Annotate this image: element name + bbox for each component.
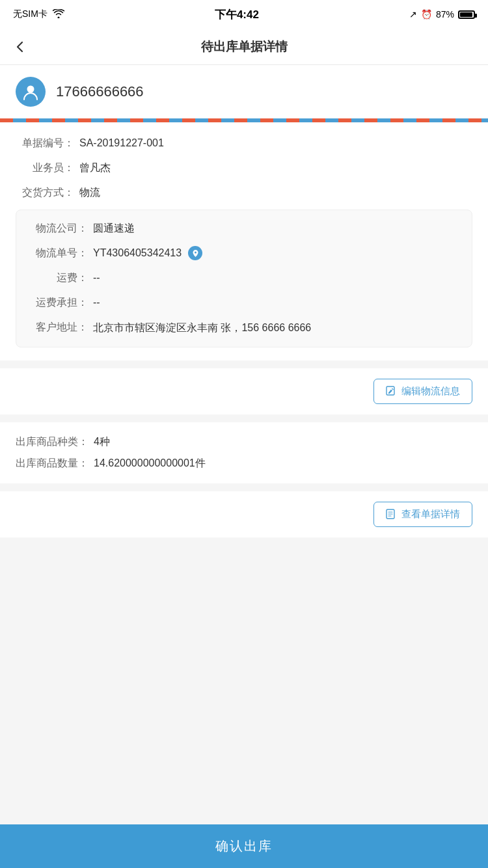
customer-header: 17666666666 xyxy=(0,65,488,118)
salesperson-label: 业务员： xyxy=(16,160,74,176)
view-detail-label: 查看单据详情 xyxy=(401,508,460,521)
salesperson-row: 业务员： 曾凡杰 xyxy=(16,160,472,176)
logistics-company-label: 物流公司： xyxy=(29,221,88,236)
tracking-number: YT4306405342413 xyxy=(93,245,182,261)
salesperson-value: 曾凡杰 xyxy=(79,160,472,176)
edit-logistics-button[interactable]: 编辑物流信息 xyxy=(373,379,472,404)
delivery-method-value: 物流 xyxy=(79,185,472,200)
address-row: 客户地址： 北京市市辖区海淀区永丰南 张，156 6666 6666 xyxy=(29,319,459,336)
time-display: 下午4:42 xyxy=(215,7,259,22)
view-detail-button[interactable]: 查看单据详情 xyxy=(373,502,472,527)
battery-percent: 87% xyxy=(436,9,454,20)
freight-bearer-value: -- xyxy=(93,295,459,310)
back-button[interactable] xyxy=(13,40,27,54)
freight-bearer-label: 运费承担： xyxy=(29,295,88,310)
delivery-method-label: 交货方式： xyxy=(16,185,74,200)
view-detail-section: 查看单据详情 xyxy=(0,491,488,537)
address-value: 北京市市辖区海淀区永丰南 张，156 6666 6666 xyxy=(93,319,459,336)
goods-quantity-value: 14.620000000000001件 xyxy=(94,457,472,470)
document-icon xyxy=(386,509,396,519)
tracking-row: 物流单号： YT4306405342413 xyxy=(29,245,459,261)
order-number-row: 单据编号： SA-20191227-001 xyxy=(16,135,472,151)
logistics-company-value: 圆通速递 xyxy=(93,221,459,236)
wifi-icon xyxy=(53,9,64,20)
logistics-company-row: 物流公司： 圆通速递 xyxy=(29,221,459,236)
alarm-icon: ⏰ xyxy=(421,9,432,20)
location-status-icon: ↗ xyxy=(409,9,417,20)
edit-logistics-label: 编辑物流信息 xyxy=(401,385,460,398)
svg-point-0 xyxy=(27,86,34,93)
address-label: 客户地址： xyxy=(29,319,88,335)
customer-phone: 17666666666 xyxy=(56,83,144,100)
goods-quantity-label: 出库商品数量： xyxy=(16,457,88,470)
freight-bearer-row: 运费承担： -- xyxy=(29,295,459,310)
goods-types-value: 4种 xyxy=(94,435,472,449)
logistics-card: 物流公司： 圆通速递 物流单号： YT4306405342413 运费： -- xyxy=(16,210,472,347)
status-left: 无SIM卡 xyxy=(13,8,64,20)
goods-types-label: 出库商品种类： xyxy=(16,435,88,449)
goods-quantity-row: 出库商品数量： 14.620000000000001件 xyxy=(16,457,472,470)
freight-row: 运费： -- xyxy=(29,270,459,286)
bottom-bar: 确认出库 xyxy=(0,824,488,868)
carrier-text: 无SIM卡 xyxy=(13,8,47,20)
battery-icon xyxy=(458,10,475,19)
confirm-button[interactable]: 确认出库 xyxy=(215,837,273,855)
nav-bar: 待出库单据详情 xyxy=(0,29,488,65)
page-title: 待出库单据详情 xyxy=(201,38,288,55)
order-number-value: SA-20191227-001 xyxy=(79,135,472,151)
order-info-section: 单据编号： SA-20191227-001 业务员： 曾凡杰 交货方式： 物流 … xyxy=(0,122,488,360)
goods-types-row: 出库商品种类： 4种 xyxy=(16,435,472,449)
main-content: 17666666666 单据编号： SA-20191227-001 业务员： 曾… xyxy=(0,65,488,610)
tracking-label: 物流单号： xyxy=(29,245,88,261)
delivery-row: 交货方式： 物流 xyxy=(16,185,472,200)
edit-icon xyxy=(386,386,396,396)
status-bar: 无SIM卡 下午4:42 ↗ ⏰ 87% xyxy=(0,0,488,29)
location-icon[interactable] xyxy=(188,246,202,260)
tracking-value: YT4306405342413 xyxy=(93,245,459,261)
order-number-label: 单据编号： xyxy=(16,135,74,151)
avatar xyxy=(16,77,46,107)
freight-label: 运费： xyxy=(29,270,88,286)
status-right: ↗ ⏰ 87% xyxy=(409,9,475,20)
edit-logistics-section: 编辑物流信息 xyxy=(0,368,488,414)
freight-value: -- xyxy=(93,270,459,286)
goods-section: 出库商品种类： 4种 出库商品数量： 14.620000000000001件 xyxy=(0,422,488,483)
